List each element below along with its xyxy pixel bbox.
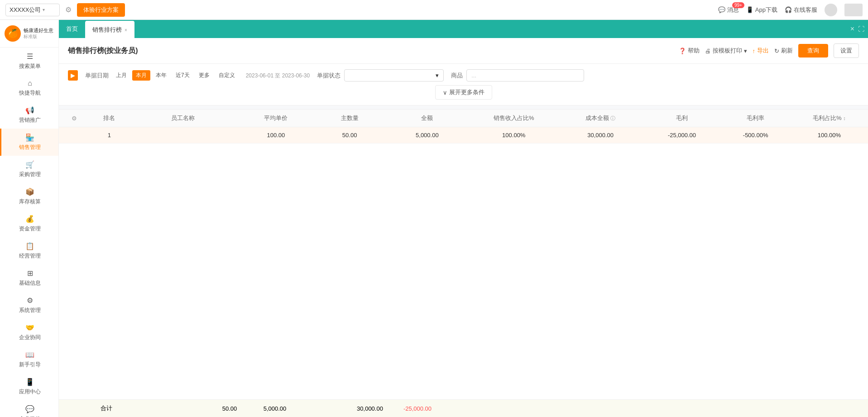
main-layout: 🍊 畅康通好生意 标准版 ☰ 搜索菜单 ⌂ 快捷导航 📢 营销推广 🏪 销售管理…	[0, 20, 868, 417]
col-header-qty: 主数量	[315, 110, 384, 127]
wechat-icon: 💬	[25, 405, 34, 413]
sidebar-item-quick-nav-label: 快捷导航	[19, 89, 41, 97]
data-table: ⚙ 排名 员工名称 平均单价 主数量 全额 销售收入占比% 成本全额 ⓘ 毛利 …	[59, 109, 868, 144]
date-tab-more[interactable]: 更多	[195, 70, 213, 81]
sidebar-logo: 🍊 畅康通好生意 标准版	[0, 20, 58, 48]
date-tab-this-month[interactable]: 本月	[132, 70, 150, 81]
col-header-gross-rate: 毛利率	[721, 110, 791, 127]
tab-home[interactable]: 首页	[59, 20, 85, 38]
cell-rank: 1	[90, 127, 129, 144]
footer-cost: 30,000.00	[345, 405, 395, 412]
sidebar-item-finance[interactable]: 💰 资金管理	[0, 210, 58, 237]
print-chevron-icon: ▾	[744, 48, 747, 54]
table-settings-icon[interactable]: ⚙	[72, 115, 77, 122]
col-header-settings[interactable]: ⚙	[59, 110, 90, 127]
col-header-gross: 毛利	[643, 110, 720, 127]
cell-employee	[129, 127, 237, 144]
expand-more-button[interactable]: ∨ 展开更多条件	[435, 85, 492, 100]
content-area: 首页 销售排行榜 × × ⛶ 销售排行榜(按业务员) ❓ 帮助 🖨	[59, 20, 868, 417]
filter-toggle-button[interactable]: ▶	[68, 70, 78, 81]
sidebar-item-purchase[interactable]: 🛒 采购管理	[0, 156, 58, 183]
sidebar-item-inventory[interactable]: 📦 库存核算	[0, 183, 58, 210]
col-header-rank: 排名	[90, 110, 129, 127]
guide-icon: 📖	[25, 350, 34, 359]
sidebar-item-marketing[interactable]: 📢 营销推广	[0, 101, 58, 129]
sidebar-item-purchase-label: 采购管理	[19, 171, 41, 178]
cell-cost: 30,000.00	[558, 127, 643, 144]
sidebar-item-operation[interactable]: 📋 经营管理	[0, 237, 58, 264]
chevron-down-expand-icon: ∨	[443, 89, 447, 96]
top-bar: XXXXX公司 ▾ ⚙ 体验行业方案 💬 消息 99+ 📱 App下载 🎧 在线…	[0, 0, 868, 20]
online-service-button[interactable]: 🎧 在线客服	[785, 6, 817, 14]
tab-close-icon[interactable]: ×	[125, 28, 127, 33]
message-button[interactable]: 💬 消息 99+	[718, 6, 739, 14]
status-select[interactable]: ▾	[344, 69, 444, 81]
sidebar-item-sales[interactable]: 🏪 销售管理	[0, 129, 58, 156]
sidebar-item-inventory-label: 库存核算	[19, 198, 41, 206]
date-tab-prev-month[interactable]: 上月	[112, 70, 130, 81]
page-actions: ❓ 帮助 🖨 按模板打印 ▾ ↑ 导出 ↻ 刷新	[679, 43, 859, 58]
table-header-row: ⚙ 排名 员工名称 平均单价 主数量 全额 销售收入占比% 成本全额 ⓘ 毛利 …	[59, 110, 868, 127]
goods-placeholder: ...	[471, 72, 476, 79]
trial-button[interactable]: 体验行业方案	[77, 3, 125, 17]
cell-gross-rate: -500.00%	[721, 127, 791, 144]
top-right-area: 💬 消息 99+ 📱 App下载 🎧 在线客服	[718, 4, 863, 16]
goods-filter-label: 商品	[451, 72, 463, 80]
date-tabs: 上月 本月 本年 近7天 更多 自定义	[112, 70, 239, 81]
footer-amount: 5,000.00	[250, 405, 300, 412]
sidebar-item-search[interactable]: ☰ 搜索菜单	[0, 48, 58, 75]
sidebar-item-app-center-label: 应用中心	[19, 388, 41, 396]
export-button[interactable]: ↑ 导出	[753, 47, 769, 55]
avatar[interactable]	[825, 4, 837, 16]
sidebar-item-guide-label: 新手引导	[19, 361, 41, 369]
system-icon: ⚙	[27, 296, 33, 305]
app-download-button[interactable]: 📱 App下载	[746, 6, 777, 14]
cell-gross-pct: 100.00%	[791, 127, 868, 144]
cell-gross: -25,000.00	[643, 127, 720, 144]
sidebar-item-basic-info-label: 基础信息	[19, 279, 41, 287]
settings-button[interactable]: 设置	[834, 43, 859, 58]
refresh-button[interactable]: ↻ 刷新	[774, 47, 793, 55]
gross-pct-info-icon[interactable]: ↕	[843, 115, 846, 121]
footer-total-label: 合计	[101, 404, 164, 412]
basic-info-icon: ⊞	[27, 269, 33, 278]
tab-sales-ranking[interactable]: 销售排行榜 ×	[85, 21, 134, 39]
table-area: ⚙ 排名 员工名称 平均单价 主数量 全额 销售收入占比% 成本全额 ⓘ 毛利 …	[59, 109, 868, 399]
expand-more-label: 展开更多条件	[449, 88, 484, 96]
sidebar-item-wechat[interactable]: 💬 企业微信	[0, 400, 58, 417]
goods-input[interactable]: ...	[466, 69, 584, 81]
date-filter: 单据日期 上月 本月 本年 近7天 更多 自定义	[85, 70, 239, 81]
purchase-icon: 🛒	[25, 160, 34, 169]
tab-close-all-button[interactable]: ×	[850, 25, 854, 33]
help-icon: ❓	[679, 48, 686, 54]
sidebar-item-finance-label: 资金管理	[19, 225, 41, 233]
cell-settings	[59, 127, 90, 144]
company-selector[interactable]: XXXXX公司 ▾	[5, 4, 60, 16]
online-service-label: 在线客服	[794, 6, 817, 14]
date-tab-this-year[interactable]: 本年	[152, 70, 170, 81]
template-print-label: 按模板打印	[713, 47, 742, 55]
sidebar-item-guide[interactable]: 📖 新手引导	[0, 346, 58, 373]
date-range-display: 2023-06-01 至 2023-06-30	[246, 71, 310, 80]
export-icon: ↑	[753, 48, 756, 54]
template-print-button[interactable]: 🖨 按模板打印 ▾	[705, 47, 747, 55]
sidebar-item-system[interactable]: ⚙ 系统管理	[0, 292, 58, 319]
table-body: 1 100.00 50.00 5,000.00 100.00% 30,000.0…	[59, 127, 868, 144]
operation-icon: 📋	[25, 242, 34, 250]
print-icon: 🖨	[705, 48, 711, 54]
sidebar-item-enterprise[interactable]: 🤝 企业协同	[0, 319, 58, 346]
home-icon: ⌂	[28, 79, 32, 87]
goods-filter: 商品 ...	[451, 69, 584, 81]
sidebar-item-operation-label: 经营管理	[19, 252, 41, 260]
gear-icon[interactable]: ⚙	[63, 4, 73, 16]
logo-icon: 🍊	[5, 25, 21, 42]
help-button[interactable]: ❓ 帮助	[679, 47, 700, 55]
sidebar-item-basic-info[interactable]: ⊞ 基础信息	[0, 264, 58, 292]
sidebar-item-quick-nav[interactable]: ⌂ 快捷导航	[0, 75, 58, 101]
cost-info-icon[interactable]: ⓘ	[610, 115, 615, 121]
tab-maximize-icon[interactable]: ⛶	[858, 25, 864, 33]
sidebar-item-app-center[interactable]: 📱 应用中心	[0, 373, 58, 400]
query-button[interactable]: 查询	[798, 44, 828, 58]
date-tab-7days[interactable]: 近7天	[172, 70, 193, 81]
date-tab-custom[interactable]: 自定义	[215, 70, 239, 81]
